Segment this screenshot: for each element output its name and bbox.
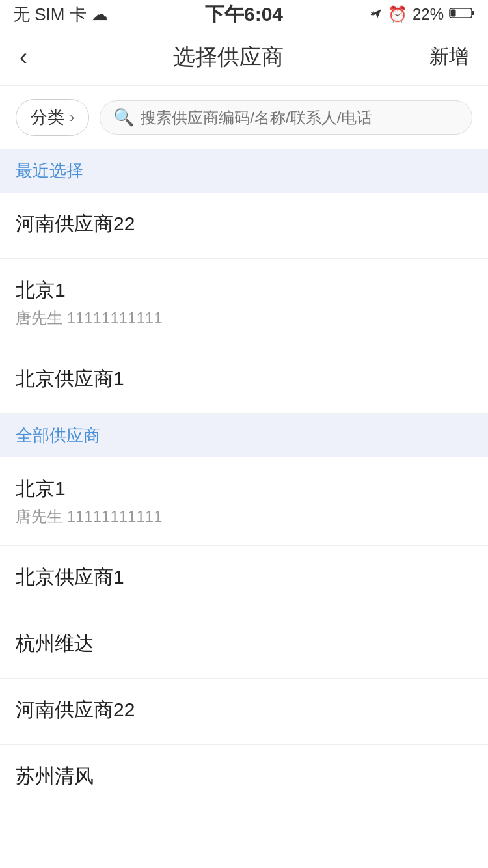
category-label: 分类	[31, 106, 64, 129]
page-title: 选择供应商	[173, 42, 284, 72]
svg-rect-2	[451, 10, 456, 17]
new-action-button[interactable]: 新增	[429, 44, 468, 70]
all-section-label: 全部供应商	[16, 426, 100, 445]
recent-section-header: 最近选择	[0, 149, 488, 193]
all-section-header: 全部供应商	[0, 414, 488, 457]
battery-icon	[449, 5, 475, 23]
status-bar: 无 SIM 卡 ☁ 下午6:04 ⏰ 22%	[0, 0, 488, 29]
filter-row: 分类 › 🔍	[0, 86, 488, 149]
item-name: 北京1	[16, 277, 472, 304]
list-item[interactable]: 北京1唐先生 11111111111	[0, 457, 488, 546]
search-box[interactable]: 🔍	[100, 100, 472, 135]
item-detail: 唐先生 11111111111	[16, 506, 472, 527]
search-icon: 🔍	[113, 107, 134, 128]
chevron-right-icon: ›	[70, 109, 74, 126]
recent-list: 河南供应商22北京1唐先生 11111111111北京供应商1	[0, 193, 488, 414]
item-name: 北京供应商1	[16, 366, 472, 392]
item-name: 河南供应商22	[16, 697, 472, 724]
item-name: 苏州清风	[16, 763, 472, 790]
list-item[interactable]: 河南供应商22	[0, 679, 488, 745]
list-item[interactable]: 北京供应商1	[0, 546, 488, 612]
category-button[interactable]: 分类 ›	[16, 99, 89, 136]
alarm-icon: ⏰	[388, 5, 407, 23]
location-icon	[371, 5, 383, 23]
svg-rect-1	[472, 11, 474, 15]
search-input[interactable]	[141, 109, 459, 127]
item-name: 北京供应商1	[16, 564, 472, 591]
item-name: 杭州维达	[16, 631, 472, 657]
recent-section-label: 最近选择	[16, 161, 83, 180]
no-sim-label: 无 SIM 卡 ☁	[13, 3, 108, 26]
nav-bar: ‹ 选择供应商 新增	[0, 29, 488, 86]
list-item[interactable]: 河南供应商22	[0, 193, 488, 259]
item-name: 河南供应商22	[16, 211, 472, 237]
all-list: 北京1唐先生 11111111111北京供应商1杭州维达河南供应商22苏州清风	[0, 457, 488, 811]
list-item[interactable]: 北京1唐先生 11111111111	[0, 259, 488, 347]
list-item[interactable]: 苏州清风	[0, 745, 488, 811]
item-name: 北京1	[16, 476, 472, 502]
status-time: 下午6:04	[205, 1, 283, 28]
status-left: 无 SIM 卡 ☁	[13, 3, 108, 26]
list-item[interactable]: 北京供应商1	[0, 347, 488, 414]
back-button[interactable]: ‹	[20, 44, 27, 71]
battery-label: 22%	[413, 5, 444, 23]
item-detail: 唐先生 11111111111	[16, 308, 472, 329]
status-right: ⏰ 22%	[371, 5, 475, 23]
list-item[interactable]: 杭州维达	[0, 612, 488, 679]
